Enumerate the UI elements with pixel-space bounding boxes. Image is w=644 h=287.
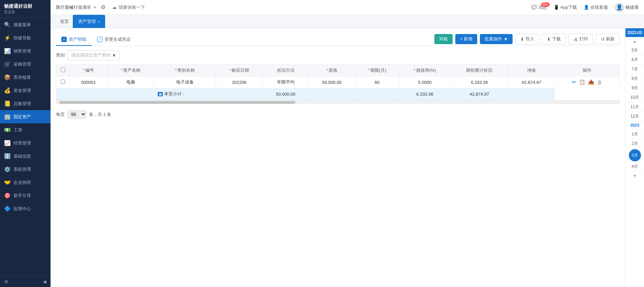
calendar-month-9[interactable]: 9月: [625, 84, 644, 93]
settings-footer-icon[interactable]: ⚙: [4, 279, 8, 284]
select-all-checkbox[interactable]: [61, 68, 65, 72]
quick-nav-icon: ⚡: [4, 35, 11, 41]
calendar-up-arrow[interactable]: ▲: [632, 38, 638, 44]
sub-tab-asset-detail[interactable]: ≡ 资产明细: [56, 34, 92, 46]
col-purchase-date: *购买日期: [216, 65, 263, 76]
calendar-year-2023: 2023: [625, 121, 644, 130]
sidebar-item-salary[interactable]: 💵 工资: [0, 123, 51, 136]
sidebar-item-fixed-assets[interactable]: 🏢 固定资产: [0, 110, 51, 123]
sidebar-item-label: 企业协同: [13, 180, 31, 186]
user-profile[interactable]: 👤 畅捷通: [615, 3, 639, 12]
sidebar-item-collaboration[interactable]: 🤝 企业协同: [0, 176, 51, 189]
delete-icon[interactable]: 🗑: [597, 79, 602, 85]
tab-home[interactable]: 首页: [56, 15, 73, 28]
basic-info-icon: ℹ️: [4, 153, 11, 159]
sidebar-item-guide[interactable]: 🎯 新手引导: [0, 189, 51, 202]
sidebar-item-operations[interactable]: 📈 经营管理: [0, 136, 51, 150]
expand-sidebar-icon[interactable]: ⤢: [625, 28, 625, 36]
download-button[interactable]: ⬇ 下载: [542, 34, 566, 44]
cell-name: 电脑: [107, 76, 154, 88]
subtotal-net-value: 42,874.97: [450, 88, 508, 100]
guide-icon: 🎯: [4, 192, 11, 199]
horizontal-scrollbar[interactable]: [56, 100, 620, 104]
sidebar-item-finance[interactable]: 💰 资金管理: [0, 84, 51, 97]
sidebar-item-app-center[interactable]: 🔷 应用中心: [0, 202, 51, 215]
calendar-month-4[interactable]: 4月: [625, 162, 644, 171]
sidebar-item-basic-info[interactable]: ℹ️ 基础信息: [0, 150, 51, 163]
generate-voucher-icon: 📄: [97, 37, 102, 42]
table-header-checkbox: [56, 65, 70, 76]
category-select[interactable]: 请选择固定资产类别 ▼: [67, 50, 120, 60]
sub-tab-generate-voucher[interactable]: 📄 变更生成凭证: [92, 34, 136, 46]
system-icon: ⚙️: [4, 166, 11, 172]
export-icon[interactable]: 📤: [588, 79, 594, 85]
sidebar-item-inventory[interactable]: 📦 库存核算: [0, 71, 51, 84]
app-download-button[interactable]: 📱 App下载: [554, 4, 577, 10]
message-icon: 💬: [531, 5, 537, 10]
calendar-month-3-active[interactable]: 3月: [629, 149, 641, 161]
close-tab-icon[interactable]: ×: [98, 20, 100, 24]
col-original-value: *原值: [309, 65, 355, 76]
message-badge: 99+: [541, 2, 550, 7]
right-sidebar: ✕ ⤢ 2023.03 ▲ 5月 6月 7月 8月 9月 10月 11月 12月…: [625, 28, 644, 287]
cloud-icon: ☁: [112, 5, 117, 10]
edit-icon[interactable]: ✏: [572, 79, 576, 85]
sidebar-item-label: 经营管理: [13, 140, 31, 146]
per-page-select[interactable]: 50 10 20 100: [67, 110, 86, 119]
online-service-button[interactable]: 👤 在线客服: [584, 4, 608, 10]
scrollbar-thumb[interactable]: [59, 101, 295, 104]
calendar-month-5[interactable]: 5月: [625, 46, 644, 55]
col-code: *编号: [70, 65, 108, 76]
download-icon: ⬇: [547, 37, 551, 42]
calendar-month-7[interactable]: 7月: [625, 65, 644, 74]
tab-active-label: 资产管理: [78, 19, 96, 25]
print-button[interactable]: 🖨 打印: [569, 34, 593, 44]
sidebar-item-ledger[interactable]: 📒 总账管理: [0, 97, 51, 110]
app-name: 畅捷通好业财: [4, 3, 47, 9]
refresh-label: 刷新: [606, 36, 615, 42]
sidebar-item-system[interactable]: ⚙️ 系统管理: [0, 163, 51, 176]
import-button[interactable]: ⬇ 导入: [515, 34, 539, 44]
sub-tab1-label: 资产明细: [69, 36, 86, 42]
reconcile-button[interactable]: 对账: [434, 34, 453, 44]
sidebar-item-label: 采购管理: [13, 61, 31, 67]
sidebar-item-label: 基础信息: [13, 153, 31, 159]
sidebar-item-sales[interactable]: 📊 销售管理: [0, 44, 51, 58]
company-selector[interactable]: 医疗器械行业演示 ▼: [56, 4, 97, 10]
message-button[interactable]: 💬 消息 99+: [531, 4, 547, 10]
main-content: ≡ 资产明细 📄 变更生成凭证 对账 + 新增 批量操作: [51, 28, 625, 287]
settings-icon[interactable]: ⚙: [101, 4, 105, 10]
add-button[interactable]: + 新增: [455, 34, 477, 44]
refresh-button[interactable]: ↺ 刷新: [596, 34, 620, 44]
collapse-icon[interactable]: ◀: [43, 279, 47, 284]
collaboration-icon: 🤝: [4, 179, 11, 186]
tab-assets-management[interactable]: 资产管理 ×: [73, 15, 105, 28]
calendar-month-11[interactable]: 11月: [625, 102, 644, 112]
sales-icon: 📊: [4, 48, 11, 54]
sidebar-item-search[interactable]: 🔍 搜索菜单: [0, 18, 51, 31]
batch-button[interactable]: 批量操作 ▼: [480, 34, 513, 44]
app-center-icon: 🔷: [4, 205, 11, 212]
experience-button[interactable]: ☁ 我要体验一下: [112, 4, 145, 10]
sidebar-item-purchase[interactable]: 🛒 采购管理: [0, 58, 51, 71]
calendar-month-12[interactable]: 12月: [625, 112, 644, 121]
calendar-month-2[interactable]: 2月: [625, 139, 644, 149]
sidebar-item-quick-nav[interactable]: ⚡ 快捷导航: [0, 31, 51, 44]
calendar-month-6[interactable]: 6月: [625, 55, 644, 65]
copy-icon[interactable]: 📋: [579, 79, 585, 85]
calendar-down-arrow[interactable]: ▼: [632, 173, 638, 179]
salary-icon: 💵: [4, 127, 11, 133]
inventory-icon: 📦: [4, 74, 11, 81]
sidebar-item-label: 销售管理: [13, 48, 31, 54]
sidebar-item-label: 工资: [13, 127, 22, 133]
row-checkbox[interactable]: [61, 79, 65, 84]
calendar-month-10[interactable]: 10月: [625, 93, 644, 102]
user-name: 畅捷通: [625, 4, 639, 10]
calendar-month-8[interactable]: 8月: [625, 74, 644, 84]
download-icon: 📱: [554, 5, 559, 10]
refresh-icon: ↺: [601, 37, 605, 42]
online-service-label: 在线客服: [590, 4, 608, 10]
topbar-right: 💬 消息 99+ 📱 App下载 👤 在线客服 👤 畅捷通: [531, 3, 639, 12]
calendar-month-1[interactable]: 1月: [625, 130, 644, 139]
sub-tabs: ≡ 资产明细 📄 变更生成凭证 对账 + 新增 批量操作: [56, 34, 620, 46]
